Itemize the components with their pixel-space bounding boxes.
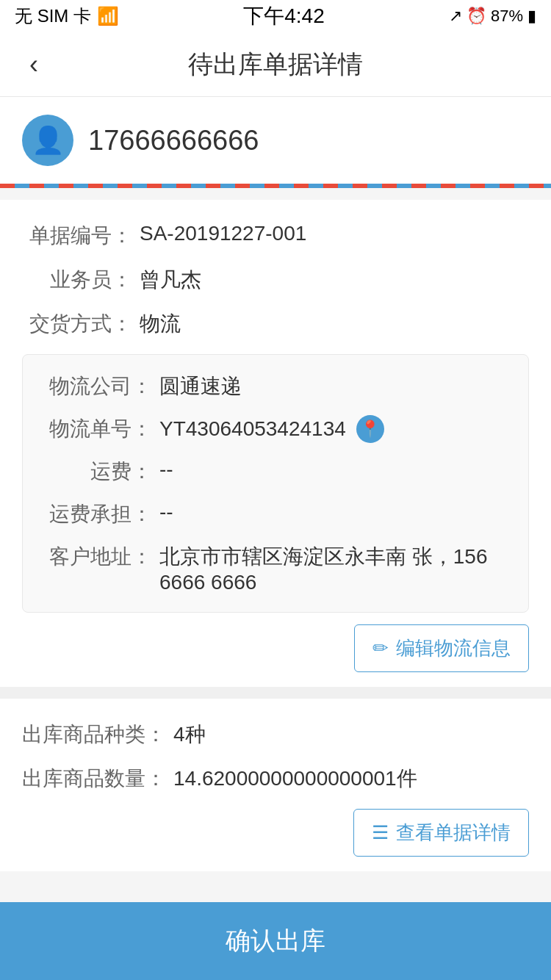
wifi-icon: 📶 <box>97 6 119 26</box>
dashed-divider <box>0 184 551 188</box>
freight-label: 运费： <box>42 458 152 486</box>
tracking-no-row: 物流单号： YT43064053424134 📍 <box>42 415 509 443</box>
status-bar-left: 无 SIM 卡 📶 <box>15 4 119 28</box>
alarm-icon: ⏰ <box>467 7 486 26</box>
address-label: 客户地址： <box>42 543 152 571</box>
goods-types-label: 出库商品种类： <box>22 721 166 749</box>
view-detail-button[interactable]: ☰ 查看单据详情 <box>353 809 529 857</box>
avatar-icon: 👤 <box>32 125 65 156</box>
address-value: 北京市市辖区海淀区永丰南 张，156 6666 6666 <box>152 543 509 594</box>
customer-phone: 17666666666 <box>88 125 259 156</box>
freight-row: 运费： -- <box>42 458 509 486</box>
freight-bearer-row: 运费承担： -- <box>42 500 509 528</box>
logistics-company-label: 物流公司： <box>42 372 152 400</box>
goods-types-value: 4种 <box>166 721 206 749</box>
delivery-method-row: 交货方式： 物流 <box>22 310 529 338</box>
freight-bearer-value: -- <box>152 500 509 524</box>
section-separator <box>0 687 551 699</box>
status-bar: 无 SIM 卡 📶 下午4:42 ↗ ⏰ 87% ▮ <box>0 0 551 32</box>
tracking-no-label: 物流单号： <box>42 415 152 443</box>
battery-text: 87% <box>491 7 523 26</box>
freight-bearer-label: 运费承担： <box>42 500 152 528</box>
avatar: 👤 <box>22 115 73 166</box>
logistics-company-row: 物流公司： 圆通速递 <box>42 372 509 400</box>
goods-quantity-row: 出库商品数量： 14.62000000000000001件 <box>22 765 529 793</box>
detail-icon: ☰ <box>372 821 389 844</box>
customer-header: 👤 17666666666 <box>0 97 551 184</box>
back-button[interactable]: ‹ <box>22 42 46 87</box>
carrier-text: 无 SIM 卡 <box>15 4 91 28</box>
logistics-card: 物流公司： 圆通速递 物流单号： YT43064053424134 📍 运费： … <box>22 354 529 613</box>
edit-logistics-btn-container: ✏ 编辑物流信息 <box>22 624 529 672</box>
status-bar-time: 下午4:42 <box>243 2 325 30</box>
bottom-area: 确认出库 <box>0 902 551 980</box>
tracking-location-icon[interactable]: 📍 <box>356 415 384 443</box>
delivery-method-label: 交货方式： <box>22 310 132 338</box>
basic-info-section: 单据编号： SA-20191227-001 业务员： 曾凡杰 交货方式： 物流 … <box>0 200 551 687</box>
location-icon: ↗ <box>449 7 462 26</box>
confirm-outbound-button[interactable]: 确认出库 <box>0 902 551 980</box>
battery-icon: ▮ <box>527 7 536 26</box>
status-bar-right: ↗ ⏰ 87% ▮ <box>449 7 536 26</box>
goods-quantity-value: 14.62000000000000001件 <box>166 765 417 793</box>
goods-types-row: 出库商品种类： 4种 <box>22 721 529 749</box>
edit-logistics-button[interactable]: ✏ 编辑物流信息 <box>354 624 529 672</box>
document-no-row: 单据编号： SA-20191227-001 <box>22 222 529 250</box>
goods-section: 出库商品种类： 4种 出库商品数量： 14.62000000000000001件… <box>0 699 551 871</box>
document-no-value: SA-20191227-001 <box>132 222 529 245</box>
tracking-no-value: YT43064053424134 📍 <box>152 415 509 443</box>
goods-quantity-label: 出库商品数量： <box>22 765 166 793</box>
salesman-label: 业务员： <box>22 266 132 294</box>
nav-bar: ‹ 待出库单据详情 <box>0 32 551 97</box>
edit-logistics-label: 编辑物流信息 <box>396 635 511 661</box>
freight-value: -- <box>152 458 509 481</box>
page-title: 待出库单据详情 <box>188 48 363 82</box>
view-detail-label: 查看单据详情 <box>396 820 511 846</box>
salesman-row: 业务员： 曾凡杰 <box>22 266 529 294</box>
address-row: 客户地址： 北京市市辖区海淀区永丰南 张，156 6666 6666 <box>42 543 509 594</box>
view-detail-btn-container: ☰ 查看单据详情 <box>22 809 529 857</box>
delivery-method-value: 物流 <box>132 310 529 338</box>
salesman-value: 曾凡杰 <box>132 266 529 294</box>
logistics-company-value: 圆通速递 <box>152 372 509 400</box>
edit-icon: ✏ <box>372 637 389 660</box>
document-no-label: 单据编号： <box>22 222 132 250</box>
